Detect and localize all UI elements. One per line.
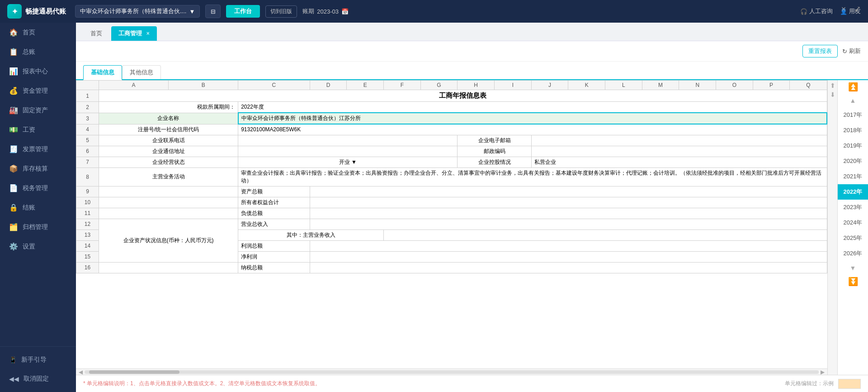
- cell-12-val[interactable]: [310, 219, 827, 229]
- cell-3-label[interactable]: 企业名称: [99, 113, 238, 124]
- year-item-2017[interactable]: 2017年: [838, 107, 868, 123]
- new-guide-button[interactable]: 📱 新手引导: [0, 350, 76, 369]
- year-item-2023[interactable]: 2023年: [838, 200, 868, 215]
- cell-6-zip-val[interactable]: [531, 146, 827, 157]
- cell-12-label[interactable]: 企业资产状况信息(币种：人民币万元): [99, 219, 238, 262]
- cell-7-label[interactable]: 企业经营状态: [99, 157, 238, 167]
- cell-8-label[interactable]: 主营业务活动: [99, 167, 238, 186]
- sub-tab-basic[interactable]: 基础信息: [83, 65, 122, 80]
- collapse-down-icon[interactable]: ⬇: [830, 91, 835, 98]
- col-header-O[interactable]: O: [716, 81, 753, 90]
- cell-15-label[interactable]: 净利润: [238, 251, 310, 262]
- year-item-2024[interactable]: 2024年: [838, 215, 868, 230]
- cell-7-holding-val[interactable]: 私营企业: [531, 157, 827, 167]
- refresh-button[interactable]: ↻ 刷新: [842, 47, 861, 55]
- collapse-up-icon[interactable]: ⬆: [830, 82, 835, 89]
- cell-9-val[interactable]: [310, 186, 827, 197]
- spreadsheet-scroll[interactable]: A B C D E F G H I J: [76, 80, 827, 368]
- copy-icon-btn[interactable]: ⊟: [205, 5, 221, 18]
- cell-6-label[interactable]: 企业通信地址: [99, 146, 238, 157]
- year-item-2022[interactable]: 2022年: [838, 184, 868, 200]
- cell-9-label[interactable]: 资产总额: [238, 186, 310, 197]
- cell-16-label[interactable]: 纳税总额: [238, 262, 310, 273]
- tab-biz[interactable]: 工商管理 ×: [111, 26, 157, 41]
- year-item-2018[interactable]: 2018年: [838, 123, 868, 138]
- sidebar-item-settings[interactable]: ⚙️ 设置: [0, 237, 76, 256]
- cell-5-email-val[interactable]: [531, 135, 827, 146]
- cell-16-val[interactable]: [310, 262, 827, 273]
- sidebar-item-home[interactable]: 🏠 首页: [0, 23, 76, 42]
- cell-11-val[interactable]: [310, 208, 827, 219]
- cell-11-a[interactable]: [99, 208, 238, 219]
- year-panel-up[interactable]: ▲: [838, 94, 868, 107]
- cell-15-val[interactable]: [310, 251, 827, 262]
- col-header-J[interactable]: J: [531, 81, 568, 90]
- cell-6-val1[interactable]: [238, 146, 458, 157]
- year-item-2019[interactable]: 2019年: [838, 138, 868, 153]
- cell-11-label[interactable]: 负债总额: [238, 208, 310, 219]
- year-item-2021[interactable]: 2021年: [838, 169, 868, 184]
- cell-8-value[interactable]: 审查企业会计报表；出具审计报告；验证企业资本；出具验资报告；办理企业合开、分立、…: [238, 167, 827, 186]
- cell-7-status[interactable]: 开业 ▼: [238, 157, 458, 167]
- sidebar-item-assets[interactable]: 🏭 固定资产: [0, 100, 76, 120]
- title-cell[interactable]: 工商年报信息表: [99, 90, 827, 102]
- sidebar-item-general[interactable]: 📋 总账: [0, 42, 76, 62]
- col-header-E[interactable]: E: [347, 81, 384, 90]
- reset-table-button[interactable]: 重置报表: [802, 45, 838, 57]
- col-header-C[interactable]: C: [238, 81, 310, 90]
- cell-5-val1[interactable]: [238, 135, 458, 146]
- cell-5-label[interactable]: 企业联系电话: [99, 135, 238, 146]
- cell-5-email-label[interactable]: 企业电子邮箱: [458, 135, 531, 146]
- sub-tab-other[interactable]: 其他信息: [122, 65, 161, 79]
- col-header-M[interactable]: M: [642, 81, 679, 90]
- scroll-track[interactable]: [85, 370, 819, 374]
- col-header-P[interactable]: P: [753, 81, 790, 90]
- company-selector[interactable]: 中审众环会计师事务所（特殊普通合伙.... ▼: [75, 5, 200, 18]
- cell-4-label[interactable]: 注册号/统一社会信用代码: [99, 124, 238, 135]
- cell-2-val[interactable]: 2022年度: [238, 102, 827, 113]
- col-header-K[interactable]: K: [568, 81, 605, 90]
- cell-10-label[interactable]: 所有者权益合计: [238, 197, 310, 208]
- cell-6-zip-label[interactable]: 邮政编码: [458, 146, 531, 157]
- year-item-2025[interactable]: 2025年: [838, 230, 868, 246]
- cell-12-rev-label[interactable]: 营业总收入: [238, 219, 310, 229]
- tab-close-icon[interactable]: ×: [146, 30, 150, 37]
- unpin-button[interactable]: ◀◀ 取消固定: [0, 369, 76, 388]
- cell-10-val[interactable]: [310, 197, 827, 208]
- col-header-N[interactable]: N: [679, 81, 716, 90]
- sidebar-item-reports[interactable]: 📊 报表中心: [0, 62, 76, 81]
- calendar-icon[interactable]: 📅: [341, 8, 349, 15]
- sidebar-item-close[interactable]: 🔒 结账: [0, 198, 76, 217]
- scroll-right-icon[interactable]: ▶: [819, 369, 826, 375]
- year-panel-down-double[interactable]: ⏬: [838, 275, 868, 288]
- cell-10-a[interactable]: [99, 197, 238, 208]
- year-item-2020[interactable]: 2020年: [838, 153, 868, 169]
- col-header-L[interactable]: L: [605, 81, 642, 90]
- col-header-Q[interactable]: Q: [790, 81, 827, 90]
- col-header-B[interactable]: B: [169, 81, 238, 90]
- sidebar-item-wages[interactable]: 💵 工资: [0, 120, 76, 139]
- col-header-H[interactable]: H: [458, 81, 495, 90]
- old-version-button[interactable]: 切到旧版: [265, 5, 297, 18]
- sidebar-item-invoice[interactable]: 🧾 发票管理: [0, 139, 76, 159]
- col-header-D[interactable]: D: [310, 81, 347, 90]
- cell-7-holding-label[interactable]: 企业控股情况: [458, 157, 531, 167]
- year-item-2026[interactable]: 2026年: [838, 246, 868, 261]
- consult-button[interactable]: 🎧 人工咨询: [800, 7, 833, 15]
- cell-14-val[interactable]: [310, 240, 827, 251]
- workbench-button[interactable]: 工作台: [226, 5, 260, 18]
- cell-13-val[interactable]: [384, 229, 827, 240]
- cell-16-a[interactable]: [99, 262, 238, 273]
- sidebar-item-funds[interactable]: 💰 资金管理: [0, 81, 76, 100]
- year-panel-down[interactable]: ▼: [838, 261, 868, 275]
- cell-13-sub-label[interactable]: 其中：主营业务收入: [238, 229, 384, 240]
- col-header-I[interactable]: I: [495, 81, 532, 90]
- year-panel-up-double[interactable]: ⏫: [838, 80, 868, 94]
- sidebar-item-archive[interactable]: 🗂️ 归档管理: [0, 217, 76, 237]
- horizontal-scrollbar[interactable]: ◀ ▶: [76, 368, 827, 375]
- sidebar-item-tax[interactable]: 📄 税务管理: [0, 178, 76, 198]
- col-header-G[interactable]: G: [420, 81, 458, 90]
- sidebar-item-inventory[interactable]: 📦 库存核算: [0, 159, 76, 178]
- cell-2-AB[interactable]: 税款所属期间：: [99, 102, 238, 113]
- col-header-A[interactable]: A: [99, 81, 169, 90]
